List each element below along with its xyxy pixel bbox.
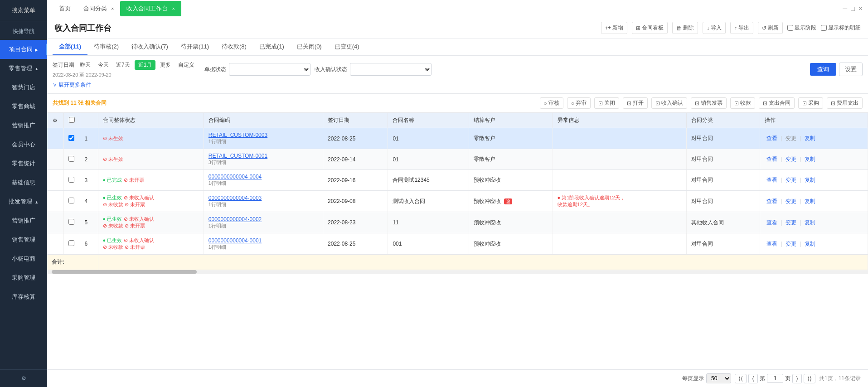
tab-income-contract[interactable]: 收入合同工作台 × [120, 1, 181, 16]
view-btn[interactable]: 查看 [765, 240, 779, 247]
change-btn[interactable]: 变更 [784, 135, 798, 142]
minimize-icon[interactable]: ─ [843, 5, 847, 12]
maximize-icon[interactable]: □ [851, 5, 854, 12]
sidebar-item-retail-management[interactable]: 零售管理 ▲ [0, 59, 47, 78]
tab-close-income-contract[interactable]: × [172, 6, 175, 11]
page-number-input[interactable] [767, 374, 783, 383]
status-tab-pending-invoice[interactable]: 待开票(11) [175, 39, 215, 55]
view-btn[interactable]: 查看 [765, 135, 779, 142]
row-checkbox[interactable] [68, 177, 74, 183]
delete-button[interactable]: 🗑 删除 [672, 22, 698, 34]
row-checkbox[interactable] [68, 198, 74, 203]
tab-contract-category[interactable]: 合同分类 × [77, 1, 120, 16]
sidebar-item-ecommerce[interactable]: 小畅电商 [0, 249, 47, 268]
contract-code-link[interactable]: 0000000000004-0002 [209, 216, 318, 223]
copy-btn[interactable]: 复制 [803, 155, 817, 163]
sales-invoice-button[interactable]: ⊡ 销售发票 [691, 97, 727, 109]
expense-output-button[interactable]: ⊡ 费用支出 [827, 97, 863, 109]
change-btn[interactable]: 变更 [784, 219, 798, 226]
select-all-checkbox[interactable] [69, 117, 75, 123]
view-btn[interactable]: 查看 [765, 155, 779, 163]
income-confirm-button[interactable]: ⊡ 收入确认 [651, 97, 687, 109]
document-status-select[interactable] [229, 63, 310, 76]
sidebar-item-marketing2[interactable]: 营销推广 [0, 211, 47, 230]
sidebar-item-inventory[interactable]: 库存核算 [0, 287, 47, 306]
sidebar-item-project-contract[interactable]: 项目合同 ▶ [0, 40, 47, 59]
row-checkbox[interactable] [68, 156, 74, 162]
add-button[interactable]: + + 新增 [601, 22, 627, 34]
page-size-select[interactable]: 10 20 50 100 [706, 373, 731, 383]
contract-code-link[interactable]: 0000000000004-0004 [209, 174, 318, 180]
export-button[interactable]: ↑ 导出 [730, 22, 753, 34]
quick-date-last1month[interactable]: 近1月 [135, 60, 156, 70]
sidebar-search[interactable]: 搜索菜单 [0, 0, 47, 21]
close-window-icon[interactable]: × [858, 5, 863, 13]
sidebar-quick-nav[interactable]: 快捷导航 [0, 23, 47, 40]
contract-code-link[interactable]: 0000000000004-0003 [209, 195, 318, 201]
close-button[interactable]: ⊡ 关闭 [594, 97, 619, 109]
show-details-checkbox[interactable]: 显示标的明细 [821, 24, 861, 32]
quick-date-yesterday[interactable]: 昨天 [77, 60, 93, 70]
import-button[interactable]: ↓ 导入 [703, 22, 726, 34]
row-checkbox[interactable] [68, 219, 74, 225]
show-segments-checkbox[interactable]: 显示阶段 [787, 24, 816, 32]
th-settings[interactable]: ⚙ [47, 113, 63, 128]
open-button[interactable]: ⊡ 打开 [623, 97, 648, 109]
change-btn[interactable]: 变更 [784, 176, 798, 184]
status-tab-changed[interactable]: 已变更(4) [328, 39, 366, 55]
scrollbar-thumb[interactable] [52, 270, 197, 274]
status-tab-pending-review[interactable]: 待审核(2) [87, 39, 125, 55]
query-button[interactable]: 查询 [810, 63, 836, 76]
prev-page-button[interactable]: ⟨ [748, 374, 758, 383]
sidebar-item-member-center[interactable]: 会员中心 [0, 135, 47, 154]
sidebar-item-sales-mgmt[interactable]: 销售管理 [0, 230, 47, 249]
tab-home[interactable]: 首页 [53, 1, 77, 16]
payment-button[interactable]: ⊡ 收款 [730, 97, 755, 109]
change-btn[interactable]: 变更 [784, 240, 798, 247]
status-tab-closed[interactable]: 已关闭(0) [291, 39, 328, 55]
contract-code-link[interactable]: RETAIL_CUSTOM-0001 [209, 153, 318, 159]
copy-btn[interactable]: 复制 [803, 240, 817, 247]
quick-date-more[interactable]: 更多 [157, 60, 174, 70]
horizontal-scrollbar[interactable] [47, 270, 868, 274]
copy-btn[interactable]: 复制 [803, 219, 817, 226]
contract-code-link[interactable]: RETAIL_CUSTOM-0003 [209, 132, 318, 138]
sidebar-item-purchase[interactable]: 采购管理 [0, 268, 47, 287]
output-contract-button[interactable]: ⊡ 支出合同 [759, 97, 795, 109]
row-checkbox[interactable] [68, 135, 74, 141]
review-button[interactable]: ○ 审核 [540, 97, 563, 109]
quick-date-custom[interactable]: 自定义 [175, 60, 197, 70]
sidebar-item-retail-stats[interactable]: 零售统计 [0, 154, 47, 173]
status-tab-pending-payment[interactable]: 待收款(8) [215, 39, 253, 55]
next-page-button[interactable]: ⟩ [792, 374, 802, 383]
copy-btn[interactable]: 复制 [803, 198, 817, 205]
view-btn[interactable]: 查看 [765, 198, 779, 205]
copy-btn[interactable]: 复制 [803, 135, 817, 142]
sidebar-settings[interactable]: ⚙ [0, 369, 47, 387]
status-tab-pending-income-confirm[interactable]: 待收入确认(7) [125, 39, 175, 55]
sidebar-item-smart-store[interactable]: 智慧门店 [0, 78, 47, 97]
status-tab-all[interactable]: 全部(11) [53, 39, 87, 55]
status-tab-completed[interactable]: 已完成(1) [253, 39, 291, 55]
quick-date-last7[interactable]: 近7天 [113, 60, 133, 70]
change-btn[interactable]: 变更 [784, 155, 798, 163]
contract-board-button[interactable]: ⊞ 合同看板 [632, 22, 668, 34]
tab-close-contract-category[interactable]: × [111, 6, 114, 11]
income-confirm-select[interactable] [350, 63, 432, 76]
purchase-button[interactable]: ⊡ 采购 [798, 97, 823, 109]
sidebar-item-wholesale[interactable]: 批发管理 ▲ [0, 192, 47, 211]
view-btn[interactable]: 查看 [765, 176, 779, 184]
contract-code-link[interactable]: 0000000000004-0001 [209, 237, 318, 244]
first-page-button[interactable]: ⟨⟨ [735, 374, 747, 383]
view-btn[interactable]: 查看 [765, 219, 779, 226]
refresh-button[interactable]: ↺ 刷新 [758, 22, 783, 34]
filter-settings-button[interactable]: 设置 [839, 63, 863, 76]
abandon-button[interactable]: ○ 弃审 [567, 97, 591, 109]
row-checkbox[interactable] [68, 240, 74, 246]
sidebar-item-base-info[interactable]: 基础信息 [0, 173, 47, 192]
last-page-button[interactable]: ⟩⟩ [804, 374, 815, 383]
quick-date-today[interactable]: 今天 [95, 60, 112, 70]
change-btn[interactable]: 变更 [784, 198, 798, 205]
sidebar-item-marketing[interactable]: 营销推广 [0, 116, 47, 135]
sidebar-item-retail-ecommerce[interactable]: 零售商城 [0, 97, 47, 116]
